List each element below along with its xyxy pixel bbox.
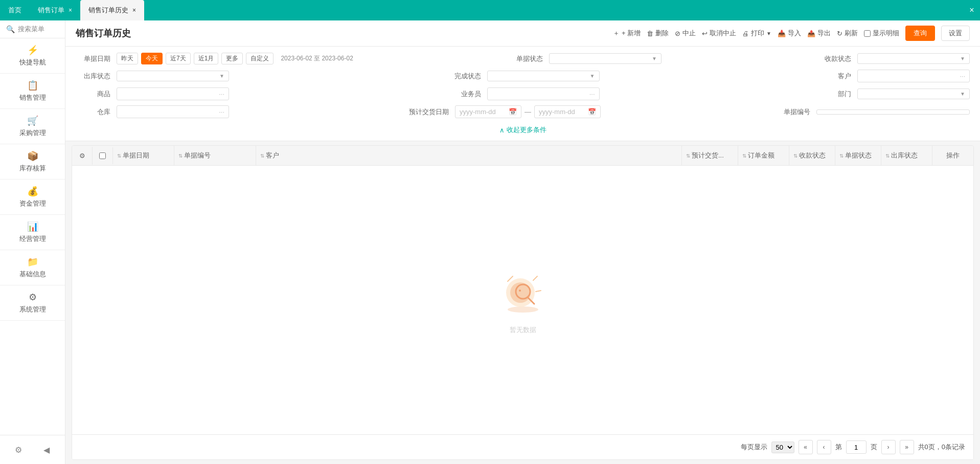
salesperson-input[interactable]: ···	[487, 87, 600, 100]
doc-status-label: 单据状态	[508, 54, 549, 63]
delivery-date-start[interactable]: yyyy-mm-dd 📅	[455, 105, 521, 118]
print-icon: 🖨	[742, 30, 749, 37]
stop-button[interactable]: ⊘ 中止	[675, 29, 696, 38]
th-action: 操作	[932, 146, 973, 165]
date-shortcuts: 昨天 今天 近7天 近1月 更多 自定义 2023-06-02 至 2023-0…	[117, 53, 353, 64]
last-page-button[interactable]: »	[900, 440, 914, 454]
warehouse-dots: ···	[219, 108, 224, 116]
sidebar-settings-button[interactable]: ⚙	[10, 441, 27, 458]
date-more[interactable]: 更多	[221, 53, 243, 64]
product-label: 商品	[76, 90, 117, 99]
sort-icon-amount: ⇅	[742, 153, 746, 159]
settings-button[interactable]: 设置	[941, 26, 970, 41]
doc-status-select[interactable]: ▼	[549, 53, 662, 64]
tab-sales-order-label: 销售订单	[38, 6, 64, 15]
page-input[interactable]	[846, 440, 867, 454]
prev-page-button[interactable]: ‹	[817, 440, 831, 454]
filter-row-4: 仓库 ··· 预计交货日期 yyyy-mm-dd 📅 — yyyy-mm-dd …	[76, 105, 970, 118]
print-label: 打印	[751, 29, 764, 38]
doc-number-input[interactable]	[816, 109, 970, 115]
sidebar-item-finance[interactable]: 💰 资金管理	[0, 180, 65, 215]
show-detail-checkbox[interactable]: 显示明细	[864, 29, 899, 38]
tab-sales-order-history[interactable]: 销售订单历史 ×	[80, 0, 144, 20]
sidebar-item-purchase-mgmt[interactable]: 🛒 采购管理	[0, 109, 65, 144]
sidebar-collapse-button[interactable]: ◀	[38, 441, 55, 458]
close-sales-order-history-tab[interactable]: ×	[132, 7, 136, 14]
sidebar-item-finance-label: 资金管理	[19, 199, 46, 208]
next-page-button[interactable]: ›	[881, 440, 896, 454]
customer-input[interactable]: ···	[857, 70, 970, 82]
close-sales-order-tab[interactable]: ×	[69, 7, 72, 14]
outbound-status-label: 出库状态	[76, 72, 117, 81]
tab-home[interactable]: 首页	[0, 0, 30, 20]
export-button[interactable]: 📤 导出	[807, 29, 831, 38]
date-yesterday[interactable]: 昨天	[117, 53, 138, 64]
complete-status-select[interactable]: ▼	[487, 71, 600, 81]
print-button[interactable]: 🖨 打印 ▼	[742, 29, 771, 38]
date-today[interactable]: 今天	[141, 53, 163, 64]
cancel-stop-button[interactable]: ↩ 取消中止	[702, 29, 736, 38]
date-separator: —	[525, 108, 531, 116]
select-all-checkbox[interactable]	[99, 152, 106, 159]
th-doc-status[interactable]: ⇅ 单据状态	[835, 146, 881, 165]
page-title: 销售订单历史	[76, 27, 131, 39]
department-select[interactable]: ▼	[857, 89, 970, 99]
th-order-amount[interactable]: ⇅ 订单金额	[738, 146, 789, 165]
th-settings[interactable]: ⚙	[72, 147, 93, 165]
sidebar-item-sales-mgmt[interactable]: 📋 销售管理	[0, 74, 65, 109]
sidebar-item-system[interactable]: ⚙ 系统管理	[0, 285, 65, 321]
warehouse-input[interactable]: ···	[117, 105, 229, 118]
th-delivery-date-label: 预计交货...	[692, 151, 724, 160]
sidebar-item-operations[interactable]: 📊 经营管理	[0, 215, 65, 250]
basic-info-icon: 📁	[27, 256, 38, 268]
sidebar-item-inventory[interactable]: 📦 库存核算	[0, 144, 65, 180]
delete-button[interactable]: 🗑 删除	[647, 29, 669, 38]
sidebar-item-basic-info[interactable]: 📁 基础信息	[0, 250, 65, 285]
filter-row-1: 单据日期 昨天 今天 近7天 近1月 更多 自定义 2023-06-02 至 2…	[76, 53, 970, 64]
th-doc-number[interactable]: ⇅ 单据编号	[174, 146, 256, 165]
delivery-date-end[interactable]: yyyy-mm-dd 📅	[534, 105, 601, 118]
sidebar-footer: ⚙ ◀	[0, 435, 65, 464]
product-input[interactable]: ···	[117, 87, 229, 100]
sidebar-item-quick-nav[interactable]: ⚡ 快捷导航	[0, 38, 65, 74]
first-page-button[interactable]: «	[799, 440, 813, 454]
inventory-icon: 📦	[27, 150, 38, 162]
collapse-label: 收起更多条件	[507, 125, 546, 135]
filter-area: 单据日期 昨天 今天 近7天 近1月 更多 自定义 2023-06-02 至 2…	[65, 47, 980, 141]
th-outbound-status[interactable]: ⇅ 出库状态	[881, 146, 932, 165]
per-page-select[interactable]: 50	[771, 441, 794, 453]
sidebar-item-quick-nav-label: 快捷导航	[19, 58, 46, 67]
payment-status-select[interactable]: ▼	[857, 53, 970, 64]
doc-status-arrow: ▼	[652, 56, 657, 61]
total-label: 共0页，0条记录	[918, 443, 965, 452]
query-button[interactable]: 查询	[905, 26, 935, 41]
show-detail-input[interactable]	[864, 30, 871, 37]
sales-mgmt-icon: 📋	[27, 80, 38, 91]
header-actions: ＋ + 新增 🗑 删除 ⊘ 中止 ↩ 取消中止 🖨 打印	[613, 26, 970, 41]
th-checkbox[interactable]	[93, 147, 113, 164]
empty-illustration	[497, 266, 549, 317]
tab-sales-order[interactable]: 销售订单 ×	[30, 0, 80, 20]
operations-icon: 📊	[27, 221, 38, 232]
stop-label: 中止	[682, 29, 696, 38]
th-payment-status[interactable]: ⇅ 收款状态	[789, 146, 835, 165]
filter-row-2: 出库状态 ▼ 完成状态 ▼ 客户 ···	[76, 70, 970, 82]
tab-home-label: 首页	[8, 6, 21, 15]
finance-icon: 💰	[27, 186, 38, 197]
import-button[interactable]: 📥 导入	[778, 29, 801, 38]
refresh-button[interactable]: ↻ 刷新	[837, 29, 858, 38]
new-button[interactable]: ＋ + 新增	[613, 29, 641, 38]
th-customer[interactable]: ⇅ 客户	[256, 146, 682, 165]
export-label: 导出	[817, 29, 831, 38]
th-doc-date[interactable]: ⇅ 单据日期	[113, 146, 174, 165]
collapse-up-icon: ∧	[499, 126, 505, 134]
date-custom[interactable]: 自定义	[246, 53, 274, 64]
outbound-status-select[interactable]: ▼	[117, 71, 229, 81]
collapse-row[interactable]: ∧ 收起更多条件	[76, 123, 970, 135]
date-1month[interactable]: 近1月	[194, 53, 219, 64]
date-7days[interactable]: 近7天	[166, 53, 191, 64]
sidebar-search[interactable]: 🔍 搜索菜单	[0, 20, 65, 38]
customer-dots: ···	[960, 72, 965, 80]
th-delivery-date[interactable]: ⇅ 预计交货...	[682, 146, 738, 165]
window-close-button[interactable]: ×	[964, 2, 980, 18]
